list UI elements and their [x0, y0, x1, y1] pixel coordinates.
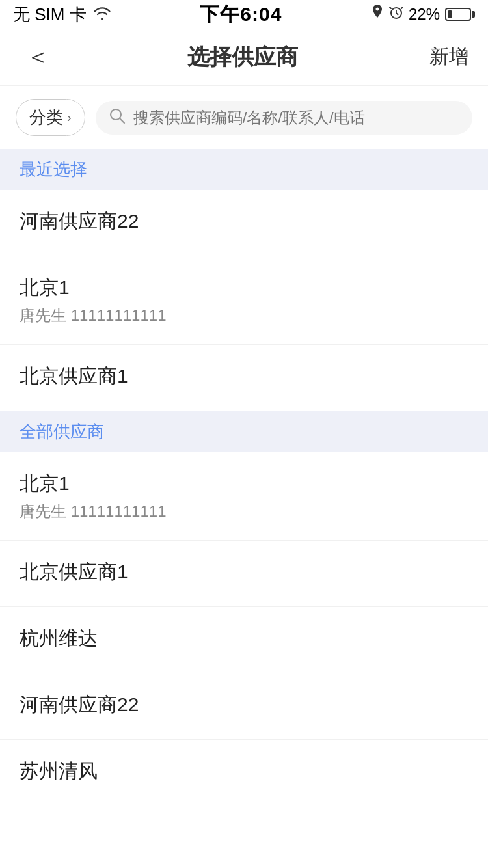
list-item[interactable]: 河南供应商22 — [0, 673, 488, 740]
battery-icon — [445, 8, 475, 21]
item-name: 北京供应商1 — [20, 559, 468, 586]
list-item[interactable]: 杭州维达 — [0, 607, 488, 673]
add-button[interactable]: 新增 — [429, 44, 468, 70]
sections-container: 最近选择河南供应商22北京1唐先生 11111111111北京供应商1全部供应商… — [0, 149, 488, 806]
list-item[interactable]: 北京1唐先生 11111111111 — [0, 256, 488, 345]
list-item[interactable]: 北京供应商1 — [0, 345, 488, 411]
category-button[interactable]: 分类 › — [16, 99, 85, 136]
item-name: 北京1 — [20, 470, 468, 497]
item-sub: 唐先生 11111111111 — [20, 305, 468, 326]
status-left: 无 SIM 卡 — [13, 3, 111, 26]
wifi-icon — [93, 5, 111, 25]
alarm-icon — [389, 5, 403, 23]
status-bar: 无 SIM 卡 下午6:04 22% — [0, 0, 488, 29]
svg-line-2 — [120, 118, 124, 123]
search-box — [96, 101, 472, 135]
battery-pct-label: 22% — [409, 5, 440, 23]
search-icon — [109, 107, 126, 128]
list-item[interactable]: 北京1唐先生 11111111111 — [0, 452, 488, 541]
status-right: 22% — [371, 5, 475, 24]
item-sub: 唐先生 11111111111 — [20, 501, 468, 522]
category-arrow-icon: › — [67, 110, 72, 125]
status-time: 下午6:04 — [200, 1, 282, 28]
section-header-recent: 最近选择 — [0, 149, 488, 190]
no-sim-label: 无 SIM 卡 — [13, 3, 87, 26]
section-header-all: 全部供应商 — [0, 411, 488, 452]
nav-bar: ＜ 选择供应商 新增 — [0, 29, 488, 86]
item-name: 河南供应商22 — [20, 692, 468, 718]
list-item[interactable]: 北京供应商1 — [0, 541, 488, 607]
list-item[interactable]: 苏州清风 — [0, 740, 488, 806]
category-label: 分类 — [29, 106, 63, 129]
item-name: 河南供应商22 — [20, 208, 468, 235]
filter-bar: 分类 › — [0, 86, 488, 149]
item-name: 杭州维达 — [20, 625, 468, 652]
item-name: 苏州清风 — [20, 758, 468, 785]
page-title: 选择供应商 — [187, 42, 298, 72]
back-button[interactable]: ＜ — [20, 34, 56, 79]
location-icon — [371, 5, 384, 24]
list-item[interactable]: 河南供应商22 — [0, 190, 488, 256]
search-input[interactable] — [133, 109, 459, 127]
item-name: 北京1 — [20, 275, 468, 301]
item-name: 北京供应商1 — [20, 363, 468, 390]
